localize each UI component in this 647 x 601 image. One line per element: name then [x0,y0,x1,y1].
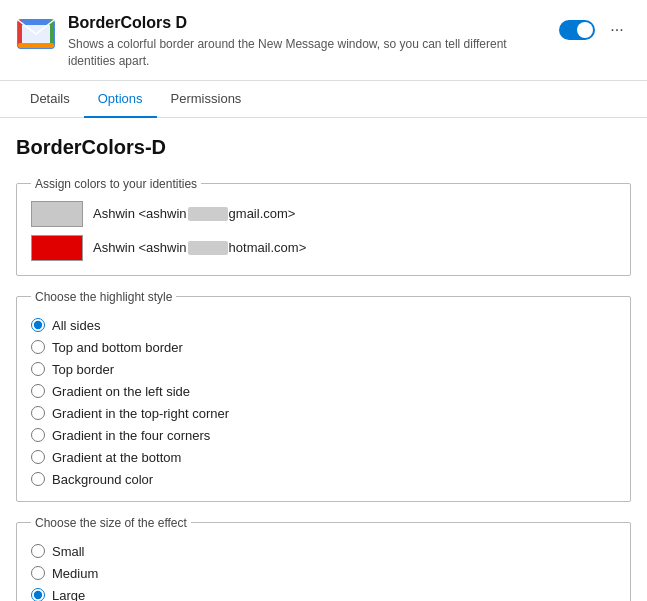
highlight-option-background-color[interactable]: Background color [31,472,616,487]
addon-header: BorderColors D Shows a colorful border a… [0,0,647,81]
identities-group: Assign colors to your identities Ashwin … [16,177,631,276]
radio-label-gradient-left: Gradient on the left side [52,384,190,399]
size-legend: Choose the size of the effect [31,516,191,530]
radio-gradient-four-corners[interactable] [31,428,45,442]
radio-large[interactable] [31,588,45,601]
size-option-small[interactable]: Small [31,544,616,559]
radio-label-all-sides: All sides [52,318,100,333]
enable-toggle[interactable] [559,20,595,40]
tab-options[interactable]: Options [84,81,157,118]
main-content: BorderColors-D Assign colors to your ide… [0,118,647,601]
radio-medium[interactable] [31,566,45,580]
radio-label-large: Large [52,588,85,601]
highlight-option-gradient-four-corners[interactable]: Gradient in the four corners [31,428,616,443]
svg-rect-4 [18,43,54,48]
radio-label-background-color: Background color [52,472,153,487]
size-option-medium[interactable]: Medium [31,566,616,581]
identity-email-1: Ashwin <ashwin gmail.com> [93,206,295,222]
identity-email-2: Ashwin <ashwin hotmail.com> [93,240,306,256]
radio-top-bottom-border[interactable] [31,340,45,354]
radio-label-gradient-top-right: Gradient in the top-right corner [52,406,229,421]
more-options-button[interactable]: ··· [603,16,631,44]
radio-gradient-top-right[interactable] [31,406,45,420]
identity-row: Ashwin <ashwin hotmail.com> [31,235,616,261]
radio-label-small: Small [52,544,85,559]
email-blur-1 [188,207,228,221]
radio-top-border[interactable] [31,362,45,376]
radio-gradient-left[interactable] [31,384,45,398]
radio-all-sides[interactable] [31,318,45,332]
addon-description: Shows a colorful border around the New M… [68,36,547,70]
radio-gradient-bottom[interactable] [31,450,45,464]
radio-label-gradient-four-corners: Gradient in the four corners [52,428,210,443]
highlight-style-group: Choose the highlight style All sides Top… [16,290,631,502]
radio-label-top-bottom-border: Top and bottom border [52,340,183,355]
addon-info: BorderColors D Shows a colorful border a… [68,14,547,70]
size-option-large[interactable]: Large [31,588,616,601]
tab-bar: Details Options Permissions [0,81,647,118]
size-group: Choose the size of the effect Small Medi… [16,516,631,601]
highlight-option-all-sides[interactable]: All sides [31,318,616,333]
tab-permissions[interactable]: Permissions [157,81,256,118]
highlight-option-gradient-top-right[interactable]: Gradient in the top-right corner [31,406,616,421]
highlight-legend: Choose the highlight style [31,290,176,304]
highlight-option-top-border[interactable]: Top border [31,362,616,377]
page-title: BorderColors-D [16,136,631,159]
tab-details[interactable]: Details [16,81,84,118]
identity-row: Ashwin <ashwin gmail.com> [31,201,616,227]
radio-label-medium: Medium [52,566,98,581]
identity-color-swatch-1[interactable] [31,201,83,227]
identity-color-swatch-2[interactable] [31,235,83,261]
radio-background-color[interactable] [31,472,45,486]
size-radio-group: Small Medium Large [31,540,616,601]
header-actions: ··· [559,16,631,44]
highlight-option-top-bottom[interactable]: Top and bottom border [31,340,616,355]
radio-label-top-border: Top border [52,362,114,377]
highlight-radio-group: All sides Top and bottom border Top bord… [31,314,616,487]
radio-label-gradient-bottom: Gradient at the bottom [52,450,181,465]
addon-title: BorderColors D [68,14,547,32]
addon-icon [16,14,56,54]
highlight-option-gradient-left[interactable]: Gradient on the left side [31,384,616,399]
highlight-option-gradient-bottom[interactable]: Gradient at the bottom [31,450,616,465]
identities-legend: Assign colors to your identities [31,177,201,191]
radio-small[interactable] [31,544,45,558]
email-blur-2 [188,241,228,255]
